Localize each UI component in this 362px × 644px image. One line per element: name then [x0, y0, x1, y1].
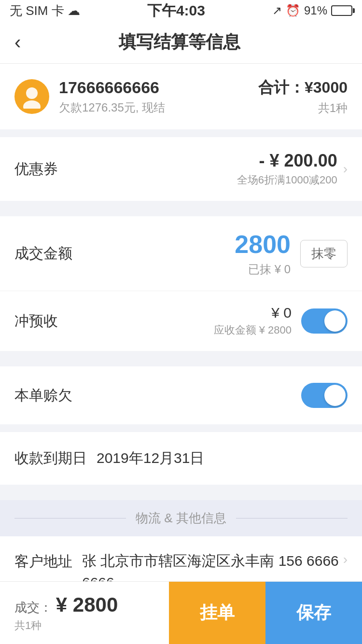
due-date-value: 2019年12月31日 — [97, 448, 204, 468]
coupon-label: 优惠券 — [14, 159, 58, 179]
divider-1 — [0, 209, 362, 216]
prepay-note: 应收金额 ¥ 2800 — [214, 323, 292, 337]
page-title: 填写结算等信息 — [30, 30, 328, 54]
svg-point-0 — [26, 87, 38, 99]
prepay-row: 冲预收 ¥ 0 应收金额 ¥ 2800 — [0, 291, 362, 351]
deal-amount-value: 2800 — [235, 230, 291, 259]
due-date-section: 收款到期日 2019年12月31日 — [0, 432, 362, 485]
battery-icon — [331, 5, 352, 16]
hang-order-button[interactable]: 挂单 — [169, 582, 265, 644]
credit-row: 本单赊欠 — [0, 366, 362, 424]
status-left: 无 SIM 卡 ☁ — [10, 2, 80, 19]
main-content: 17666666666 欠款1276.35元, 现结 合计：¥3000 共1种 … — [0, 64, 362, 644]
coupon-desc: 全场6折满1000减200 — [237, 173, 337, 187]
total-amount: 合计：¥3000 — [258, 77, 348, 98]
deal-section: 成交金额 2800 已抹 ¥ 0 抹零 冲预收 ¥ 0 应收金额 ¥ 2800 — [0, 216, 362, 351]
svg-point-1 — [23, 100, 41, 109]
total-count: 共1种 — [258, 100, 348, 116]
bottom-deal-row: 成交： ¥ 2800 — [14, 593, 154, 616]
coupon-right: - ¥ 200.00 全场6折满1000减200 › — [237, 151, 348, 187]
coupon-amount: - ¥ 200.00 — [237, 151, 337, 171]
divider-3 — [0, 424, 362, 432]
credit-label: 本单赊欠 — [14, 386, 72, 406]
round-zero-button[interactable]: 抹零 — [300, 240, 348, 267]
toggle-knob — [324, 310, 346, 332]
divider-2 — [0, 359, 362, 366]
bottom-amount: ¥ 2800 — [56, 593, 118, 616]
customer-debt: 欠款1276.35元, 现结 — [59, 100, 165, 115]
address-label: 客户地址 — [14, 552, 72, 572]
logistics-label: 物流 & 其他信息 — [136, 510, 226, 527]
prepay-label: 冲预收 — [14, 311, 58, 331]
bottom-count: 共1种 — [14, 618, 154, 633]
alarm-icon: ⏰ — [286, 4, 300, 17]
customer-right: 合计：¥3000 共1种 — [258, 77, 348, 116]
coupon-row[interactable]: 优惠券 - ¥ 200.00 全场6折满1000减200 › — [0, 137, 362, 201]
prepay-amount: ¥ 0 — [214, 305, 292, 321]
deal-amount-label: 成交金额 — [14, 244, 72, 264]
customer-phone: 17666666666 — [59, 78, 165, 97]
address-chevron-icon: › — [343, 552, 348, 567]
bottom-deal-label: 成交： — [14, 600, 52, 615]
customer-card: 17666666666 欠款1276.35元, 现结 合计：¥3000 共1种 — [0, 64, 362, 129]
bottom-bar: 成交： ¥ 2800 共1种 挂单 保存 — [0, 581, 362, 644]
already-rounded-text: 已抹 ¥ 0 — [235, 262, 291, 277]
customer-left: 17666666666 欠款1276.35元, 现结 — [14, 78, 165, 115]
status-bar: 无 SIM 卡 ☁ 下午4:03 ↗ ⏰ 91% — [0, 0, 362, 21]
nav-bar: ‹ 填写结算等信息 — [0, 21, 362, 64]
avatar — [14, 79, 49, 114]
credit-toggle[interactable] — [301, 383, 348, 408]
customer-info: 17666666666 欠款1276.35元, 现结 — [59, 78, 165, 115]
prepay-toggle[interactable] — [301, 308, 348, 334]
due-date-label: 收款到期日 — [14, 448, 87, 468]
coupon-chevron-icon: › — [343, 161, 348, 177]
divider-4 — [0, 492, 362, 500]
deal-amount-right: 2800 已抹 ¥ 0 抹零 — [235, 230, 348, 277]
logistics-divider: 物流 & 其他信息 — [0, 500, 362, 536]
credit-toggle-knob — [324, 385, 346, 406]
avatar-icon — [20, 84, 44, 109]
status-time: 下午4:03 — [147, 1, 205, 21]
deal-amount-row: 成交金额 2800 已抹 ¥ 0 抹零 — [0, 216, 362, 291]
battery-text: 91% — [304, 4, 327, 17]
status-right: ↗ ⏰ 91% — [272, 4, 352, 17]
save-button[interactable]: 保存 — [265, 582, 362, 644]
bottom-summary: 成交： ¥ 2800 共1种 — [0, 593, 169, 633]
back-button[interactable]: ‹ — [14, 31, 21, 53]
signal-icon: ↗ — [272, 4, 282, 17]
no-sim-text: 无 SIM 卡 ☁ — [10, 2, 80, 19]
divider-line-left — [14, 518, 126, 518]
divider-line-right — [236, 518, 348, 518]
prepay-right: ¥ 0 应收金额 ¥ 2800 — [214, 305, 348, 337]
